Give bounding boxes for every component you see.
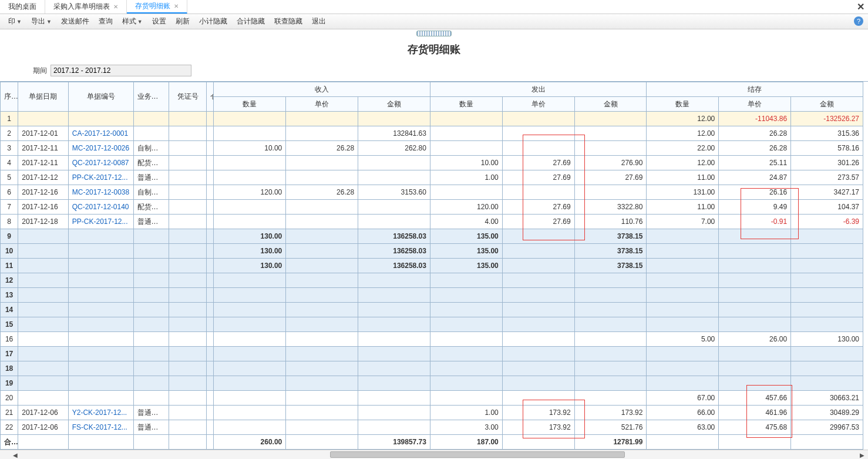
cell: 461.96	[719, 406, 791, 420]
table-row[interactable]: 72017-12-16QC-2017-12-0140配货出库120.0027.6…	[1, 200, 863, 215]
toolbar-导出[interactable]: 导出▼	[26, 14, 56, 29]
scroll-left-arrow[interactable]: ◀	[11, 450, 20, 459]
col-group-out[interactable]: 发出	[430, 82, 647, 97]
doc-link[interactable]: FS-CK-2017-12...	[68, 420, 133, 435]
cell	[286, 288, 358, 303]
close-all-tabs-icon[interactable]: ✕	[857, 1, 864, 12]
table-row[interactable]: 14	[1, 303, 863, 317]
table-row[interactable]: 11130.00136258.03135.003738.15	[1, 259, 863, 273]
tab-我的桌面[interactable]: 我的桌面	[0, 0, 45, 14]
toolbar-合计隐藏[interactable]: 合计隐藏	[232, 14, 270, 29]
cell: 2017-12-16	[18, 200, 69, 215]
cell: 3738.15	[574, 259, 647, 273]
cell	[207, 332, 214, 347]
col-btype[interactable]: 业务类型	[133, 82, 169, 112]
scroll-thumb[interactable]	[330, 451, 625, 458]
col-out-qty[interactable]: 数量	[430, 97, 502, 112]
period-input[interactable]	[51, 65, 191, 76]
cell: 18	[1, 361, 18, 376]
tab-采购入库单明细表[interactable]: 采购入库单明细表✕	[45, 0, 127, 14]
table-row[interactable]: 13	[1, 288, 863, 303]
toolbar-设置[interactable]: 设置	[147, 14, 171, 29]
col-group-bal[interactable]: 结存	[647, 82, 863, 97]
doc-link[interactable]: CA-2017-12-0001	[68, 126, 133, 141]
col-bal-amt[interactable]: 金额	[791, 97, 863, 112]
cell	[18, 317, 69, 332]
toolbar-退出[interactable]: 退出	[307, 14, 331, 29]
toolbar-发送邮件[interactable]: 发送邮件	[56, 14, 94, 29]
cell	[18, 391, 69, 406]
toolbar-联查隐藏[interactable]: 联查隐藏	[270, 14, 307, 29]
table-row[interactable]: 10130.00136258.03135.003738.15	[1, 244, 863, 259]
doc-link[interactable]: QC-2017-12-0140	[68, 200, 133, 215]
cell	[18, 288, 69, 303]
horizontal-scrollbar[interactable]: ◀ ▶	[0, 450, 868, 459]
toolbar-样式[interactable]: 样式▼	[117, 14, 147, 29]
col-vno[interactable]: 凭证号	[169, 82, 206, 112]
col-in-price[interactable]: 单价	[286, 97, 358, 112]
col-date[interactable]: 单据日期	[18, 82, 69, 112]
table-row[interactable]: 18	[1, 361, 863, 376]
cell	[169, 288, 206, 303]
col-bal-price[interactable]: 单价	[719, 97, 791, 112]
table-row[interactable]: 15	[1, 317, 863, 332]
cell: 11	[1, 259, 18, 273]
table-row[interactable]: 32017-12-11MC-2017-12-0026自制加工10.0026.28…	[1, 141, 863, 156]
doc-link[interactable]: PP-CK-2017-12...	[68, 170, 133, 185]
table-row[interactable]: 22017-12-01CA-2017-12-0001132841.6312.00…	[1, 126, 863, 141]
col-warehouse[interactable]: 仓	[207, 82, 214, 112]
cell	[502, 112, 574, 126]
col-in-amt[interactable]: 金额	[358, 97, 430, 112]
toolbar-小计隐藏[interactable]: 小计隐藏	[194, 14, 232, 29]
table-row[interactable]: 212017-12-06Y2-CK-2017-12...普通销售1.00173.…	[1, 406, 863, 420]
toolbar-刷新[interactable]: 刷新	[171, 14, 194, 29]
table-row[interactable]: 9130.00136258.03135.003738.15	[1, 229, 863, 244]
table-row[interactable]: 2067.00457.6630663.21	[1, 391, 863, 406]
table-row[interactable]: 17	[1, 347, 863, 361]
cell	[286, 126, 358, 141]
doc-link[interactable]: PP-CK-2017-12...	[68, 215, 133, 229]
table-row[interactable]: 12	[1, 273, 863, 288]
help-icon[interactable]: ?	[854, 16, 863, 26]
tab-存货明细账[interactable]: 存货明细账✕	[127, 0, 187, 14]
cell	[133, 347, 169, 361]
doc-link[interactable]: Y2-CK-2017-12...	[68, 406, 133, 420]
cell	[647, 229, 719, 244]
doc-link[interactable]: MC-2017-12-0038	[68, 185, 133, 200]
table-row[interactable]: 222017-12-06FS-CK-2017-12...普通销售3.00173.…	[1, 420, 863, 435]
col-out-amt[interactable]: 金额	[574, 97, 647, 112]
cell	[214, 200, 286, 215]
table-row[interactable]: 82017-12-18PP-CK-2017-12...普通销售4.0027.69…	[1, 215, 863, 229]
cell	[286, 156, 358, 170]
cell	[574, 273, 647, 288]
doc-link[interactable]: MC-2017-12-0026	[68, 141, 133, 156]
cell: 2017-12-12	[18, 170, 69, 185]
table-row[interactable]: 52017-12-12PP-CK-2017-12...普通销售1.0027.69…	[1, 170, 863, 185]
cell	[133, 273, 169, 288]
cell	[502, 259, 574, 273]
toolbar-印[interactable]: 印▼	[4, 14, 26, 29]
tab-close-icon[interactable]: ✕	[113, 4, 118, 10]
col-bal-qty[interactable]: 数量	[647, 97, 719, 112]
cell	[169, 126, 206, 141]
panel-drag-handle[interactable]	[416, 31, 452, 36]
toolbar: 印▼导出▼发送邮件查询样式▼设置刷新小计隐藏合计隐藏联查隐藏退出?	[0, 14, 868, 29]
table-row[interactable]: 112.00-11043.86-132526.27	[1, 112, 863, 126]
col-doc[interactable]: 单据编号	[68, 82, 133, 112]
cell	[286, 303, 358, 317]
table-row[interactable]: 42017-12-11QC-2017-12-0087配货出库10.0027.69…	[1, 156, 863, 170]
table-row[interactable]: 19	[1, 376, 863, 391]
cell	[647, 361, 719, 376]
toolbar-查询[interactable]: 查询	[94, 14, 117, 29]
tab-close-icon[interactable]: ✕	[174, 3, 179, 9]
doc-link[interactable]: QC-2017-12-0087	[68, 156, 133, 170]
col-group-in[interactable]: 收入	[214, 82, 430, 97]
cell	[214, 170, 286, 185]
col-seq[interactable]: 序号	[1, 82, 18, 112]
table-row[interactable]: 62017-12-16MC-2017-12-0038自制加工120.0026.2…	[1, 185, 863, 200]
table-row[interactable]: 165.0026.00130.00	[1, 332, 863, 347]
col-out-price[interactable]: 单价	[502, 97, 574, 112]
col-in-qty[interactable]: 数量	[214, 97, 286, 112]
cell: 29967.53	[791, 420, 863, 435]
scroll-right-arrow[interactable]: ▶	[857, 450, 867, 459]
